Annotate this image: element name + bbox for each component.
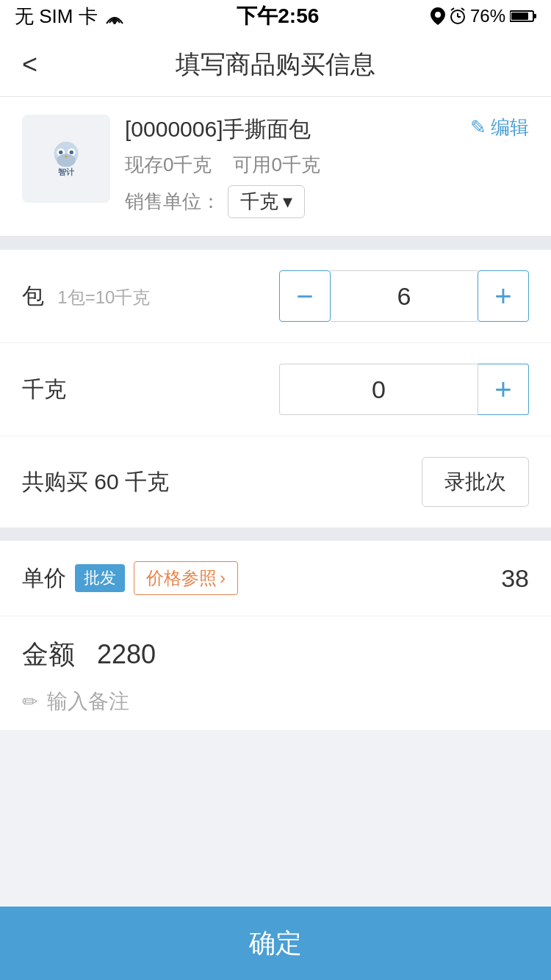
input-section: 包 1包=10千克 − + 千克 + — [0, 250, 551, 436]
kg-row: 千克 + — [0, 343, 551, 436]
confirm-button[interactable]: 确定 — [0, 907, 551, 980]
note-row[interactable]: ✏ 输入备注 — [22, 688, 529, 716]
kg-qty-input[interactable] — [279, 364, 478, 415]
pencil-icon: ✏ — [22, 691, 38, 713]
svg-point-15 — [57, 154, 75, 167]
price-ref-button[interactable]: 价格参照 › — [134, 561, 238, 595]
bao-row: 包 1包=10千克 − + — [0, 250, 551, 343]
product-unit: 销售单位： 千克 ▾ — [125, 185, 529, 218]
page-title: 填写商品购买信息 — [176, 48, 375, 82]
chevron-down-icon: ▾ — [283, 190, 292, 213]
product-info: [0000006]手撕面包 现存0千克 可用0千克 销售单位： 千克 ▾ — [125, 115, 529, 218]
product-image: 智计 — [22, 115, 110, 203]
product-logo: 智计 — [40, 140, 92, 177]
section-separator-2 — [0, 527, 551, 541]
back-button[interactable]: < — [22, 49, 37, 80]
product-stock: 现存0千克 可用0千克 — [125, 152, 529, 178]
svg-text:智计: 智计 — [57, 167, 75, 176]
chevron-right-icon: › — [220, 568, 226, 588]
status-right: 76% — [431, 6, 536, 26]
alarm-icon — [450, 7, 466, 25]
price-section: 单价 批发 价格参照 › 38 — [0, 541, 551, 616]
svg-point-1 — [435, 12, 441, 18]
page-header: < 填写商品购买信息 — [0, 32, 551, 97]
batch-button[interactable]: 录批次 — [422, 457, 529, 507]
total-text: 共购买 60 千克 — [22, 467, 169, 497]
main-content: 智计 [0000006]手撕面包 现存0千克 可用0千克 销售单位： 千克 ▾ — [0, 97, 551, 818]
status-left: 无 SIM 卡 — [15, 4, 126, 29]
bao-qty-control: − + — [279, 270, 529, 322]
bao-minus-button[interactable]: − — [279, 270, 331, 322]
product-card: 智计 [0000006]手撕面包 现存0千克 可用0千克 销售单位： 千克 ▾ — [0, 97, 551, 237]
amount-section: 金额 2280 ✏ 输入备注 — [0, 616, 551, 730]
carrier-text: 无 SIM 卡 — [15, 4, 98, 29]
svg-rect-9 — [511, 12, 528, 20]
note-placeholder: 输入备注 — [47, 688, 129, 716]
bao-label: 包 1包=10千克 — [22, 281, 279, 311]
battery-text: 76% — [470, 6, 505, 26]
kg-label: 千克 — [22, 375, 279, 405]
kg-qty-control: + — [279, 364, 529, 415]
wifi-icon — [104, 8, 126, 24]
svg-line-6 — [461, 8, 464, 10]
location-icon — [431, 7, 445, 25]
unit-select[interactable]: 千克 ▾ — [228, 185, 305, 218]
status-time: 下午2:56 — [237, 2, 319, 30]
kg-plus-button[interactable]: + — [478, 364, 529, 415]
bao-hint: 1包=10千克 — [57, 287, 150, 307]
amount-row: 金额 2280 — [22, 637, 529, 673]
battery-icon — [510, 10, 536, 23]
product-name: [0000006]手撕面包 — [125, 115, 529, 145]
amount-value: 2280 — [97, 639, 156, 669]
svg-point-14 — [70, 151, 73, 154]
price-label: 单价 批发 价格参照 › — [22, 561, 238, 595]
status-bar: 无 SIM 卡 下午2:56 76% — [0, 0, 551, 32]
price-tag: 批发 — [75, 564, 125, 592]
bao-plus-button[interactable]: + — [478, 270, 529, 322]
edit-icon: ✎ — [470, 116, 486, 139]
total-row: 共购买 60 千克 录批次 — [0, 436, 551, 527]
section-separator-1 — [0, 237, 551, 250]
bao-qty-input[interactable] — [331, 270, 478, 322]
edit-button[interactable]: ✎ 编辑 — [470, 115, 529, 140]
svg-point-13 — [59, 151, 62, 154]
svg-rect-8 — [533, 14, 536, 18]
svg-point-0 — [113, 21, 116, 24]
svg-line-5 — [451, 8, 454, 10]
price-value: 38 — [501, 564, 529, 593]
